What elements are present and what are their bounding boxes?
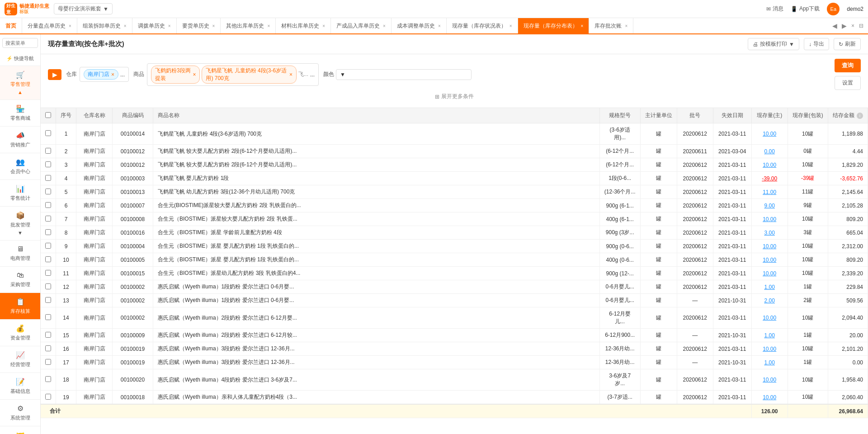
sidebar-item-finance[interactable]: 💰 资金管理 (0, 320, 40, 346)
export-btn[interactable]: ↓ 导出 (804, 38, 829, 50)
row-checkbox-17[interactable] (45, 376, 51, 382)
cell-qty-main-1: 0.00 (751, 145, 788, 158)
tab-mix-history[interactable]: 调拨单历史 × (132, 18, 177, 34)
cell-code-6: 00100008 (113, 212, 153, 226)
tab-batch-voucher[interactable]: 库存批次账 × (589, 18, 633, 34)
row-checkbox-1[interactable] (45, 148, 51, 154)
tab-disassemble-history[interactable]: 组装拆卸单历史 × (77, 18, 132, 34)
sidebar-item-cooperation[interactable]: 🤝 企业协同 (0, 426, 40, 434)
tab-inventory-status[interactable]: 现存量（库存状况表） × (447, 18, 518, 34)
balance-info-icon[interactable]: i (857, 113, 863, 119)
cell-code-7: 00100016 (113, 226, 153, 240)
tab-inventory-dist[interactable]: 现存量（库存分布表） × (518, 18, 590, 34)
quick-nav-btn[interactable]: ⚡ 快捷导航 (0, 52, 40, 66)
warehouse-tag-close[interactable]: × (111, 71, 114, 78)
sidebar-item-retail-mgmt[interactable]: 🛒 零售管理 ▲ (0, 66, 40, 100)
cell-code-4: 00100013 (113, 185, 153, 199)
row-checkbox-16[interactable] (45, 359, 51, 365)
expand-more-btn[interactable]: ⊞ 展开更多条件 (48, 90, 861, 103)
table-row: 16 南岸门店 00100019 惠氏启赋（Wyeth illuma）3段奶粉 … (41, 342, 868, 356)
tab-inventory-status-close[interactable]: × (509, 24, 512, 28)
tab-cost-adjust[interactable]: 成本调整单历史 × (392, 18, 447, 34)
row-checkbox-6[interactable] (45, 216, 51, 222)
row-checkbox-0[interactable] (45, 130, 51, 136)
query-btn[interactable]: 查询 (835, 59, 861, 72)
tab-disassemble-close[interactable]: × (124, 24, 127, 28)
setting-btn[interactable]: 设置 (835, 76, 861, 90)
row-checkbox-2[interactable] (45, 161, 51, 167)
tab-home[interactable]: 首页 (0, 18, 22, 34)
sidebar-item-wholesale[interactable]: 📦 批发管理 ▼ (0, 207, 40, 241)
row-checkbox-13[interactable] (45, 314, 51, 320)
product-tag-2-close[interactable]: × (289, 71, 292, 78)
product-input[interactable]: 飞鹤奶粉3段两提装 × 飞鹤星飞帆 儿童奶粉 4段(3-6岁适用) 700克 ×… (147, 63, 319, 86)
avatar[interactable]: Ea (827, 3, 840, 15)
table-row: 9 南岸门店 00100004 合生元（BIOSTIME）派星 婴儿配方奶粉 1… (41, 240, 868, 253)
cell-no-6: 7 (56, 212, 76, 226)
sidebar-item-marketing[interactable]: 📣 营销推广 (0, 127, 40, 153)
search-input[interactable] (2, 38, 38, 48)
tab-require-history[interactable]: 要货单历史 × (177, 18, 221, 34)
cell-batch-15: 20200612 (677, 342, 713, 356)
tab-home-label: 首页 (5, 22, 16, 30)
row-checkbox-12[interactable] (45, 297, 51, 303)
cell-qty-main-11: 1.00 (751, 280, 788, 294)
color-input[interactable]: ▼ (336, 69, 472, 80)
row-checkbox-9[interactable] (45, 256, 51, 262)
sidebar-item-inventory[interactable]: 📋 库存核算 (0, 293, 40, 320)
tab-batch-voucher-close[interactable]: × (625, 24, 627, 28)
sidebar-item-retail-stats[interactable]: 📊 零售统计 (0, 180, 40, 207)
sidebar-item-system[interactable]: ⚙ 系统管理 (0, 400, 40, 426)
row-checkbox-4[interactable] (45, 189, 51, 194)
tab-close-all-btn[interactable]: × (849, 22, 857, 30)
tab-product-in-history[interactable]: 产成品入库单历史 × (331, 18, 392, 34)
refresh-btn[interactable]: ↻ 刷新 (834, 38, 861, 50)
tab-split-close[interactable]: × (69, 24, 71, 28)
tab-other-out-close[interactable]: × (267, 24, 270, 28)
sidebar-item-basic-info[interactable]: 📝 基础信息 (0, 373, 40, 400)
print-dropdown-icon: ▼ (789, 41, 794, 47)
tab-inventory-dist-close[interactable]: × (581, 24, 584, 28)
product-tag-1-close[interactable]: × (193, 71, 196, 78)
table-row: 8 南岸门店 00100016 合生元（BIOSTIME）派星 学龄前儿童配方奶… (41, 226, 868, 240)
sidebar-item-purchase[interactable]: 🛍 采购管理 (0, 267, 40, 293)
cell-spec-17: 3-6岁及7岁... (599, 369, 640, 391)
row-checkbox-5[interactable] (45, 202, 51, 208)
warehouse-input[interactable]: 南岸门店 × ... (80, 67, 129, 82)
tab-require-close[interactable]: × (212, 24, 215, 28)
color-label: 颜色 (323, 71, 334, 78)
tab-material-out-close[interactable]: × (322, 24, 325, 28)
org-selector[interactable]: 母婴行业演示账套 ▼ (54, 3, 113, 14)
sidebar-item-ecommerce[interactable]: 🖥 电商管理 (0, 241, 40, 267)
sidebar-item-operations[interactable]: 📈 经营管理 (0, 346, 40, 373)
messages-btn[interactable]: ✉ 消息 (766, 5, 783, 13)
app-download-btn[interactable]: 📱 App下载 (791, 5, 820, 13)
cell-warehouse-10: 南岸门店 (76, 267, 113, 280)
th-warehouse: 仓库名称 (76, 108, 113, 123)
print-btn[interactable]: 🖨 按模板打印 ▼ (748, 38, 799, 50)
row-checkbox-3[interactable] (45, 175, 51, 181)
sidebar-item-retail-shop[interactable]: 🏪 零售商城 (0, 100, 40, 127)
sidebar-item-member[interactable]: 👥 会员中心 (0, 153, 40, 180)
row-checkbox-14[interactable] (45, 332, 51, 338)
tab-cost-adjust-close[interactable]: × (438, 24, 441, 28)
tab-mix-close[interactable]: × (168, 24, 171, 28)
th-no: 序号 (56, 108, 76, 123)
tab-prev-btn[interactable]: ◀ (830, 21, 840, 30)
cell-spec-18: (3-7岁适... (599, 391, 640, 405)
row-checkbox-15[interactable] (45, 345, 51, 351)
select-all-checkbox[interactable] (45, 112, 51, 118)
row-checkbox-10[interactable] (45, 270, 51, 276)
row-checkbox-8[interactable] (45, 243, 51, 249)
tab-material-out-history[interactable]: 材料出库单历史 × (276, 18, 331, 34)
tab-product-in-close[interactable]: × (383, 24, 386, 28)
tab-other-out-history[interactable]: 其他出库单历史 × (221, 18, 276, 34)
tab-next-btn[interactable]: ▶ (840, 21, 849, 30)
tab-menu-btn[interactable]: ⊟ (857, 22, 866, 30)
product-ellipsis: 飞... (298, 71, 308, 78)
row-checkbox-18[interactable] (45, 394, 51, 400)
row-checkbox-11[interactable] (45, 283, 51, 289)
expand-arrow-btn[interactable]: ▶ (48, 69, 61, 80)
tab-split-history[interactable]: 分量盘点单历史 × (22, 18, 77, 34)
row-checkbox-7[interactable] (45, 229, 51, 235)
